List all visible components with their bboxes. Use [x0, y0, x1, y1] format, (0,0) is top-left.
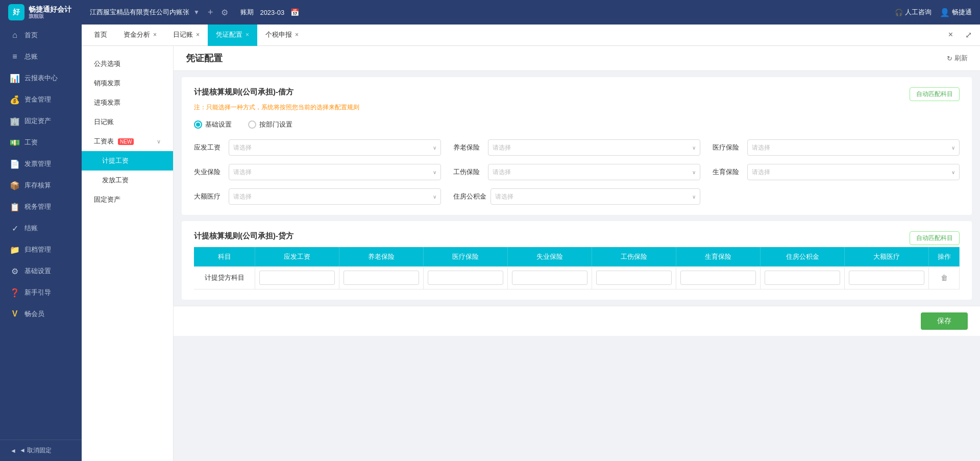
sidebar-item-basic-settings[interactable]: ⚙ 基础设置 [0, 260, 82, 282]
sidebar-item-invoice[interactable]: 📄 发票管理 [0, 153, 82, 175]
invoice-icon: 📄 [10, 159, 19, 168]
settings-icon[interactable]: ⚙ [221, 8, 228, 17]
reports-icon: 📊 [10, 74, 19, 83]
delete-icon[interactable]: 🗑 [941, 274, 948, 282]
tab-tax-filing[interactable]: 个税申报 × [257, 25, 307, 46]
credit-base-salary-input[interactable] [259, 271, 335, 285]
user-btn[interactable]: 👤 畅捷通 [940, 8, 972, 17]
sidebar-item-tax[interactable]: 📋 税务管理 [0, 196, 82, 217]
sidebar-item-label: 资金管理 [24, 95, 51, 104]
account-period-label: 账期 [240, 8, 254, 17]
select-placeholder: 请选择 [752, 168, 770, 177]
credit-large-medical-input[interactable] [849, 271, 924, 285]
form-label-large-medical: 大额医疗 [194, 192, 225, 201]
left-nav-pay-salary[interactable]: 发放工资 [82, 171, 173, 190]
credit-medical-input[interactable] [428, 271, 503, 285]
left-nav-label: 工资表 [94, 137, 114, 146]
select-arrow-icon: ∨ [951, 145, 955, 151]
sidebar-item-inventory[interactable]: 📦 库存核算 [0, 175, 82, 196]
vip-icon: V [10, 309, 19, 319]
support-btn[interactable]: 🎧 人工咨询 [895, 8, 932, 17]
cancel-pin-btn[interactable]: ◄ ◄ 取消固定 [0, 440, 82, 461]
debit-auto-match-btn[interactable]: 自动匹配科目 [910, 87, 960, 101]
left-nav-sales-invoice[interactable]: 销项发票 [82, 74, 173, 93]
td-pension-input[interactable] [339, 266, 424, 289]
tab-label: 个税申报 [265, 30, 292, 39]
add-icon[interactable]: + [208, 7, 213, 18]
td-large-medical-input[interactable] [845, 266, 929, 289]
select-housing-fund[interactable]: 请选择 ∨ [491, 188, 700, 205]
tab-close-icon[interactable]: × [246, 31, 249, 38]
td-delete-btn[interactable]: 🗑 [929, 266, 960, 289]
tab-label: 日记账 [173, 30, 193, 39]
form-label-injury: 工伤保险 [453, 167, 484, 177]
left-nav-purchase-invoice[interactable]: 进项发票 [82, 93, 173, 112]
td-base-salary-input[interactable] [255, 266, 339, 289]
archive-icon: 📁 [10, 245, 19, 254]
tab-journal[interactable]: 日记账 × [165, 25, 208, 46]
credit-pension-input[interactable] [344, 271, 419, 285]
left-nav-label: 进项发票 [94, 99, 120, 106]
select-base-salary[interactable]: 请选择 ∨ [229, 139, 441, 156]
select-pension[interactable]: 请选择 ∨ [488, 139, 700, 156]
sidebar-item-ledger[interactable]: ≡ 总账 [0, 46, 82, 67]
sidebar-item-archive[interactable]: 📁 归档管理 [0, 239, 82, 260]
credit-auto-match-btn[interactable]: 自动匹配科目 [910, 231, 960, 245]
tab-close-icon[interactable]: × [196, 31, 200, 38]
radio-basic[interactable]: 基础设置 [194, 120, 232, 129]
credit-housing-fund-input[interactable] [765, 271, 840, 285]
topbar-company[interactable]: 江西服宝精品有限责任公司内账张 ▼ + ⚙ 账期 2023-03 📅 [90, 7, 895, 18]
td-unemployment-input[interactable] [508, 266, 592, 289]
sidebar-item-funds[interactable]: 💰 资金管理 [0, 89, 82, 110]
left-nav-journal[interactable]: 日记账 [82, 112, 173, 132]
sidebar-item-home[interactable]: ⌂ 首页 [0, 25, 82, 46]
select-placeholder: 请选择 [495, 192, 513, 201]
left-nav-payroll-group[interactable]: 工资表 NEW ∨ [82, 132, 173, 151]
sidebar-item-label: 发票管理 [24, 159, 51, 168]
select-injury[interactable]: 请选择 ∨ [488, 164, 700, 180]
select-unemployment[interactable]: 请选择 ∨ [229, 164, 441, 180]
sidebar-item-guide[interactable]: ❓ 新手引导 [0, 282, 82, 303]
td-maternity-input[interactable] [676, 266, 761, 289]
sidebar-item-vip[interactable]: V 畅会员 [0, 303, 82, 325]
debit-section-title: 计提核算规则(公司承担)-借方 [194, 87, 960, 97]
radio-department[interactable]: 按部门设置 [248, 120, 292, 129]
sidebar-item-fixed-assets[interactable]: 🏢 固定资产 [0, 110, 82, 132]
sidebar-item-close-accounts[interactable]: ✓ 结账 [0, 217, 82, 239]
close-window-btn[interactable]: × [944, 28, 957, 42]
credit-injury-input[interactable] [596, 271, 672, 285]
tab-home[interactable]: 首页 [86, 25, 115, 46]
expand-btn[interactable]: ⤢ [961, 28, 976, 42]
refresh-btn[interactable]: ↻ 刷新 [947, 54, 968, 63]
sidebar-item-salary[interactable]: 💵 工资 [0, 132, 82, 153]
select-maternity[interactable]: 请选择 ∨ [747, 164, 960, 180]
td-injury-input[interactable] [592, 266, 676, 289]
left-nav-fixed-assets[interactable]: 固定资产 [82, 190, 173, 209]
tab-funds-analysis[interactable]: 资金分析 × [115, 25, 165, 46]
credit-table-header: 科目 应发工资 养老保险 医疗保险 [194, 247, 960, 266]
sidebar-item-reports[interactable]: 📊 云报表中心 [0, 67, 82, 89]
select-placeholder: 请选择 [233, 168, 252, 177]
select-large-medical[interactable]: 请选择 ∨ [229, 188, 441, 205]
th-unemployment: 失业保险 [508, 247, 592, 266]
left-nav-label: 销项发票 [94, 79, 120, 87]
tab-close-icon[interactable]: × [153, 31, 157, 38]
save-button[interactable]: 保存 [921, 312, 968, 330]
th-operation: 操作 [929, 247, 960, 266]
form-item-injury: 工伤保险 请选择 ∨ [453, 164, 700, 180]
tab-voucher-config[interactable]: 凭证配置 × [208, 25, 257, 46]
select-medical[interactable]: 请选择 ∨ [747, 139, 960, 156]
th-injury: 工伤保险 [592, 247, 676, 266]
refresh-icon: ↻ [947, 55, 952, 62]
tab-close-icon[interactable]: × [295, 31, 299, 38]
credit-unemployment-input[interactable] [512, 271, 587, 285]
left-nav-accrual-salary[interactable]: 计提工资 [82, 151, 173, 171]
left-nav-public[interactable]: 公共选项 [82, 54, 173, 74]
dropdown-arrow-icon[interactable]: ▼ [193, 9, 200, 16]
sidebar-item-label: 固定资产 [24, 116, 51, 126]
credit-maternity-input[interactable] [680, 271, 756, 285]
td-housing-fund-input[interactable] [761, 266, 845, 289]
cancel-pin-icon: ◄ [10, 447, 16, 454]
calendar-icon[interactable]: 📅 [290, 8, 299, 16]
td-medical-input[interactable] [424, 266, 508, 289]
